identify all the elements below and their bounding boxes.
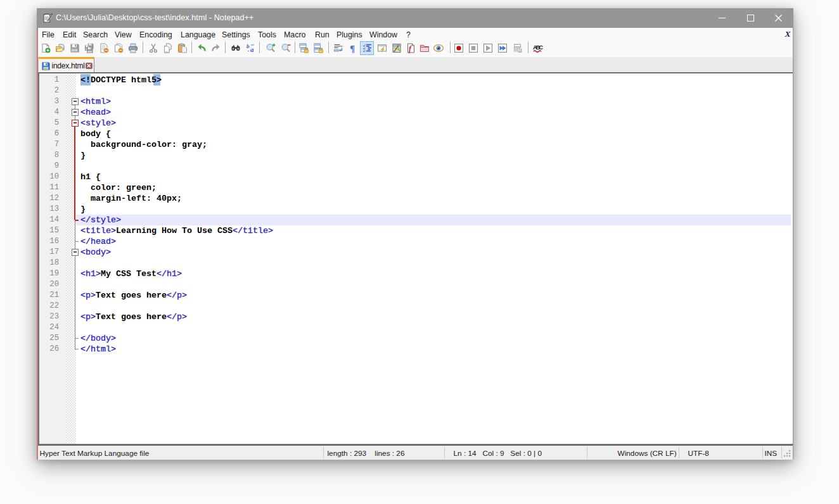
svg-text:a: a xyxy=(250,46,254,53)
svg-text:b: b xyxy=(247,43,250,49)
svg-text:¶: ¶ xyxy=(350,43,355,53)
svg-text:ABC: ABC xyxy=(533,43,543,50)
